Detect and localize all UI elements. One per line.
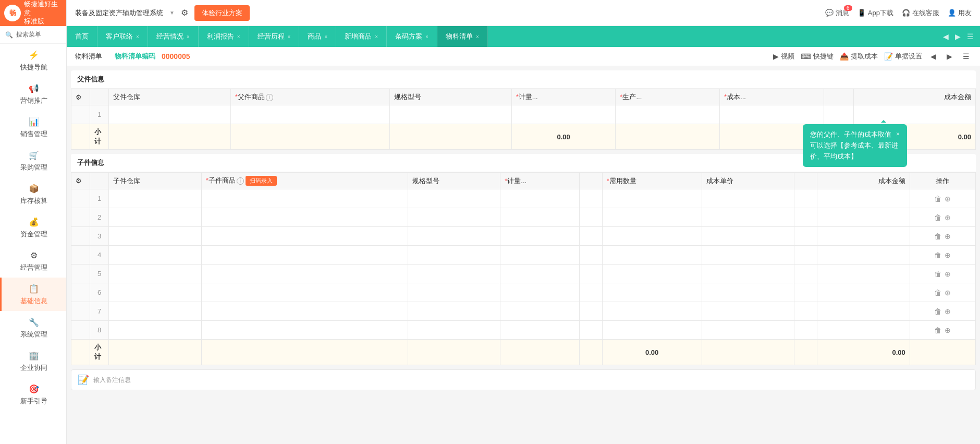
tab-close-customers[interactable]: ×	[136, 34, 139, 40]
tab-customers[interactable]: 客户联络 ×	[97, 26, 148, 47]
sidebar-item-enterprise[interactable]: 🏢 企业协同	[0, 344, 66, 378]
try-solution-button[interactable]: 体验行业方案	[194, 5, 250, 21]
extract-cost-button[interactable]: 📤 提取成本	[840, 52, 878, 61]
delete-icon[interactable]: 🗑	[934, 307, 941, 316]
tab-bom[interactable]: 物料清单 ×	[437, 26, 488, 47]
tab-close-profit[interactable]: ×	[237, 34, 240, 40]
parent-col-settings[interactable]: ⚙	[71, 89, 90, 105]
nav-tabs-extra: ◀ ▶ ☰	[941, 31, 980, 42]
message-icon: 💬	[825, 9, 834, 17]
user-button[interactable]: 👤 用友	[948, 8, 972, 18]
copy-icon[interactable]: ⊕	[945, 307, 951, 316]
copy-icon[interactable]: ⊕	[945, 289, 951, 297]
delete-icon[interactable]: 🗑	[934, 326, 941, 334]
nav-menu-btn[interactable]: ☰	[965, 31, 976, 42]
breadcrumb-bom[interactable]: 物料清单	[75, 52, 102, 61]
nav-prev-btn[interactable]: ◀	[941, 31, 951, 42]
message-button[interactable]: 💬 消息 6	[825, 8, 849, 18]
child-row-1-spec[interactable]	[408, 189, 500, 208]
parent-row-1-production[interactable]	[616, 105, 720, 124]
sidebar-item-inventory[interactable]: 📦 库存核算	[0, 177, 66, 211]
tab-close-operations[interactable]: ×	[187, 34, 190, 40]
tab-goods[interactable]: 商品 ×	[299, 26, 336, 47]
sidebar-item-system[interactable]: 🔧 系统管理	[0, 311, 66, 344]
copy-icon[interactable]: ⊕	[945, 213, 951, 222]
delete-icon[interactable]: 🗑	[934, 195, 941, 203]
parent-col-production: *生产...	[616, 89, 720, 105]
child-col-unit-cost: 成本单价	[702, 173, 794, 189]
sidebar-item-quick-nav[interactable]: ⚡ 快捷导航	[0, 44, 66, 77]
sidebar-item-marketing[interactable]: 📢 营销推广	[0, 77, 66, 111]
single-settings-button[interactable]: 📝 单据设置	[884, 52, 922, 61]
delete-icon[interactable]: 🗑	[934, 289, 941, 297]
bottom-note: 📝 输入备注信息	[71, 369, 976, 390]
search-menu[interactable]: 🔍 搜索菜单	[0, 26, 66, 44]
child-col-empty	[580, 173, 603, 189]
delete-icon[interactable]: 🗑	[934, 251, 941, 259]
tooltip-close-button[interactable]: ×	[896, 129, 900, 139]
sidebar-item-operations[interactable]: ⚙ 经营管理	[0, 244, 66, 278]
toolbar-next-btn[interactable]: ▶	[945, 51, 954, 62]
tab-operations[interactable]: 经营情况 ×	[148, 26, 199, 47]
child-row-1-warehouse[interactable]	[109, 189, 202, 208]
system-dropdown-arrow[interactable]: ▼	[169, 10, 175, 16]
toolbar-prev-btn[interactable]: ◀	[928, 51, 938, 62]
sidebar-item-basic-info[interactable]: 📋 基础信息	[0, 278, 66, 311]
nav-next-btn[interactable]: ▶	[953, 31, 963, 42]
delete-icon[interactable]: 🗑	[934, 213, 941, 222]
sidebar-item-finance[interactable]: 💰 资金管理	[0, 211, 66, 244]
sidebar-item-guide[interactable]: 🎯 新手引导	[0, 378, 66, 411]
tab-close-bom[interactable]: ×	[476, 34, 479, 40]
copy-icon[interactable]: ⊕	[945, 232, 951, 241]
tab-history[interactable]: 经营历程 ×	[249, 26, 300, 47]
child-row-1-goods[interactable]	[201, 189, 408, 208]
child-subtotal-amount: 0.00	[817, 340, 910, 365]
parent-row-1-cost[interactable]	[719, 105, 824, 124]
child-row-1-unit-cost[interactable]	[702, 189, 794, 208]
tab-close-goods[interactable]: ×	[324, 34, 327, 40]
tab-close-history[interactable]: ×	[288, 34, 291, 40]
copy-icon[interactable]: ⊕	[945, 251, 951, 259]
sidebar: 畅 畅捷通好生意 标准版 🔍 搜索菜单 ⚡ 快捷导航 📢 营销推广 📊 销售管理…	[0, 0, 67, 444]
settings-icon[interactable]: ⚙	[181, 8, 188, 18]
toolbar-right: ▶ 视频 ⌨ 快捷键 📤 提取成本 📝 单据设置 ◀	[773, 51, 972, 62]
user-icon: 👤	[948, 9, 956, 17]
child-subtotal-row: 小计 0.00 0.00	[71, 340, 976, 365]
copy-icon[interactable]: ⊕	[945, 270, 951, 278]
sidebar-item-sales[interactable]: 📊 销售管理	[0, 111, 66, 144]
app-download-button[interactable]: 📱 App下载	[858, 8, 893, 18]
child-col-settings[interactable]: ⚙	[71, 173, 90, 189]
parent-row-1-goods[interactable]	[230, 105, 389, 124]
toolbar-list-btn[interactable]: ☰	[961, 51, 972, 62]
online-service-button[interactable]: 🎧 在线客服	[902, 8, 939, 18]
parent-subtotal-c3	[230, 124, 389, 150]
scan-input-button[interactable]: 扫码录入	[246, 176, 277, 186]
delete-icon[interactable]: 🗑	[934, 270, 941, 278]
child-row-1-quantity[interactable]	[602, 189, 702, 208]
parent-row-1-spec[interactable]	[389, 105, 511, 124]
view-video-button[interactable]: ▶ 视频	[773, 52, 794, 61]
doc-number: 0000005	[162, 52, 190, 61]
child-row-1-unit[interactable]	[500, 189, 580, 208]
tab-barcode[interactable]: 条码方案 ×	[387, 26, 437, 47]
parent-col-amount: 成本金额	[854, 89, 976, 105]
shortcut-button[interactable]: ⌨ 快捷键	[801, 52, 834, 61]
tab-close-new-goods[interactable]: ×	[375, 34, 378, 40]
parent-row-1-warehouse[interactable]	[109, 105, 231, 124]
parent-subtotal-cost: 0.00	[511, 124, 616, 150]
tab-new-goods[interactable]: 新增商品 ×	[336, 26, 387, 47]
headset-icon: 🎧	[902, 9, 910, 17]
child-col-quantity: *需用数量	[602, 173, 702, 189]
header-actions: 💬 消息 6 📱 App下载 🎧 在线客服 👤 用友	[825, 8, 972, 18]
basic-info-icon: 📋	[28, 283, 40, 294]
note-placeholder[interactable]: 输入备注信息	[93, 376, 131, 385]
parent-row-1-unit[interactable]	[511, 105, 616, 124]
delete-icon[interactable]: 🗑	[934, 232, 941, 241]
copy-icon[interactable]: ⊕	[945, 195, 951, 203]
copy-icon[interactable]: ⊕	[945, 326, 951, 334]
tab-home[interactable]: 首页	[67, 26, 97, 47]
sidebar-item-purchase[interactable]: 🛒 采购管理	[0, 144, 66, 177]
tab-profit[interactable]: 利润报告 ×	[199, 26, 249, 47]
tab-close-barcode[interactable]: ×	[425, 34, 428, 40]
nav-tabs: 首页 客户联络 × 经营情况 × 利润报告 × 经营历程 × 商品 × 新增商品…	[67, 26, 980, 47]
